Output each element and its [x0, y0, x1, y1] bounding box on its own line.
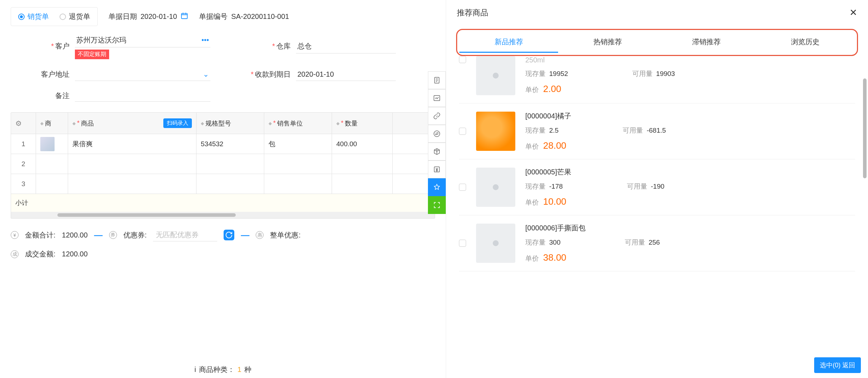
remark-field[interactable]	[75, 90, 210, 102]
due-date-field[interactable]: 2020-01-10	[296, 68, 396, 81]
row-spec[interactable]	[196, 154, 264, 174]
tab-browse-history[interactable]: 浏览历史	[756, 32, 855, 53]
due-date-value: 2020-01-10	[297, 70, 334, 78]
row-qty[interactable]: 400.00	[332, 134, 393, 154]
row-thumb	[36, 174, 68, 194]
chevron-down-icon[interactable]: ⌄	[203, 70, 209, 78]
currency-icon: ¥	[11, 231, 19, 239]
table-row[interactable]: 2	[11, 154, 435, 174]
doc-no-label: 单据编号	[199, 12, 228, 21]
tab-new-products[interactable]: 新品推荐	[459, 32, 558, 53]
vertical-scrollbar[interactable]	[863, 78, 867, 178]
discount-icon: 惠	[256, 231, 264, 239]
col-product: 商品	[81, 119, 94, 128]
tab-hot-products[interactable]: 热销推荐	[558, 32, 657, 53]
currency-badge-icon[interactable]	[428, 160, 446, 178]
radio-icon	[60, 14, 66, 20]
close-icon[interactable]: ✕	[849, 7, 857, 18]
product-image	[476, 112, 515, 151]
scan-input-button[interactable]: 扫码录入	[163, 118, 192, 128]
box-icon[interactable]	[428, 143, 446, 160]
price-value: 28.00	[543, 140, 566, 151]
doc-date-value[interactable]: 2020-01-10	[141, 12, 177, 21]
row-unit[interactable]	[264, 154, 332, 174]
price-label: 单价	[525, 255, 539, 262]
amount-total-label: 金额合计:	[25, 230, 56, 240]
star-icon[interactable]	[428, 178, 446, 196]
gear-icon[interactable]: ⚙	[15, 119, 22, 128]
customer-value: 苏州万达沃尔玛	[76, 35, 126, 45]
row-index: 2	[11, 154, 36, 174]
product-kinds-unit: 种	[244, 365, 251, 374]
radio-icon	[18, 14, 25, 20]
coupon-label: 优惠券:	[123, 230, 147, 240]
remark-label: 备注	[11, 91, 75, 101]
stock-label: 现存量	[525, 183, 546, 190]
selected-return-button[interactable]: 选中(0) 返回	[814, 357, 861, 373]
table-row[interactable]: 1 果倍爽 534532 包 400.00	[11, 134, 435, 154]
sort-icon[interactable]: ◆	[336, 121, 339, 126]
product-checkbox[interactable]	[459, 240, 466, 247]
product-row: [0000005]芒果 现存量-178 可用量-190 单价10.00	[459, 159, 855, 215]
recommend-tabs-highlight: 新品推荐 热销推荐 滞销推荐 浏览历史	[456, 29, 858, 56]
chart-icon[interactable]	[428, 89, 446, 107]
available-label: 可用量	[632, 70, 653, 77]
warehouse-field[interactable]: 总仓	[296, 39, 396, 53]
info-icon: i	[194, 366, 196, 374]
period-badge: 不固定账期	[75, 50, 109, 59]
tab-label: 退货单	[69, 12, 90, 21]
refresh-icon[interactable]	[224, 230, 234, 240]
swap-icon[interactable]	[428, 125, 446, 143]
product-checkbox[interactable]	[459, 128, 466, 135]
minus-icon: —	[94, 230, 103, 240]
product-title: 250ml	[525, 56, 855, 64]
svg-point-7	[493, 240, 499, 246]
tab-slow-products[interactable]: 滞销推荐	[657, 32, 756, 53]
row-qty[interactable]	[332, 174, 393, 194]
stock-value: 19952	[549, 70, 568, 77]
address-field[interactable]: ⌄	[75, 68, 210, 81]
sort-icon[interactable]: ◆	[40, 121, 44, 126]
product-checkbox[interactable]	[459, 56, 466, 63]
link-icon[interactable]	[428, 107, 446, 125]
calendar-icon[interactable]	[180, 12, 188, 21]
order-type-tabs: 销货单 退货单	[11, 7, 98, 26]
row-unit[interactable]	[264, 174, 332, 194]
doc-date-label: 单据日期	[108, 12, 137, 21]
coupon-input[interactable]: 无匹配优惠券	[153, 229, 217, 241]
row-unit[interactable]: 包	[264, 134, 332, 154]
product-kinds-count: 1	[238, 366, 241, 374]
ellipsis-icon[interactable]: •••	[201, 36, 209, 44]
tab-sales-order[interactable]: 销货单	[18, 12, 49, 21]
row-product[interactable]	[68, 154, 196, 174]
sort-icon[interactable]: ◆	[269, 121, 272, 126]
expand-icon[interactable]	[428, 196, 446, 214]
row-product[interactable]	[68, 174, 196, 194]
customer-field[interactable]: 苏州万达沃尔玛 •••	[75, 33, 210, 47]
price-label: 单价	[525, 86, 539, 93]
sort-icon[interactable]: ◆	[201, 121, 204, 126]
row-spec[interactable]: 534532	[196, 134, 264, 154]
side-toolbar	[428, 71, 446, 214]
available-value: 19903	[656, 70, 675, 77]
product-thumb-icon	[40, 137, 55, 151]
tab-return-order[interactable]: 退货单	[60, 12, 90, 21]
deal-amount-value: 1200.00	[62, 250, 88, 258]
tab-label: 销货单	[27, 12, 49, 21]
horizontal-scrollbar[interactable]	[11, 212, 435, 218]
product-row: 250ml 现存量19952 可用量19903 单价2.00	[459, 56, 855, 103]
row-spec[interactable]	[196, 174, 264, 194]
available-label: 可用量	[627, 183, 647, 190]
notes-icon[interactable]	[428, 71, 446, 89]
col-img: 商	[45, 119, 51, 128]
row-qty[interactable]	[332, 154, 393, 174]
table-row[interactable]: 3	[11, 174, 435, 194]
col-unit: 销售单位	[277, 119, 303, 128]
whole-discount-label: 整单优惠:	[270, 230, 301, 240]
sort-icon[interactable]: ◆	[72, 121, 76, 126]
price-value: 10.00	[543, 196, 566, 207]
available-value: -190	[651, 183, 664, 190]
available-label: 可用量	[623, 127, 643, 134]
row-product[interactable]: 果倍爽	[68, 134, 196, 154]
product-checkbox[interactable]	[459, 184, 466, 191]
